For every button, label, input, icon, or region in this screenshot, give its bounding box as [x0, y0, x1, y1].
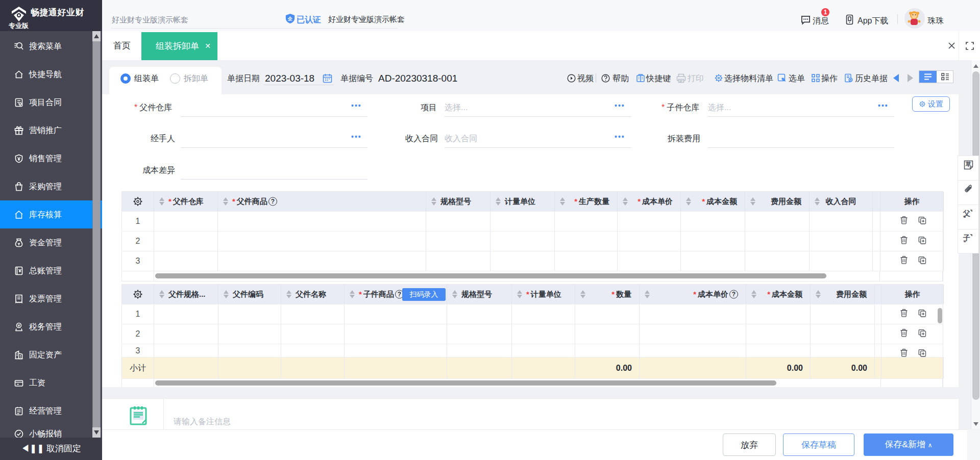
- svg-text:草: 草: [965, 161, 971, 167]
- svg-text:企: 企: [287, 16, 293, 21]
